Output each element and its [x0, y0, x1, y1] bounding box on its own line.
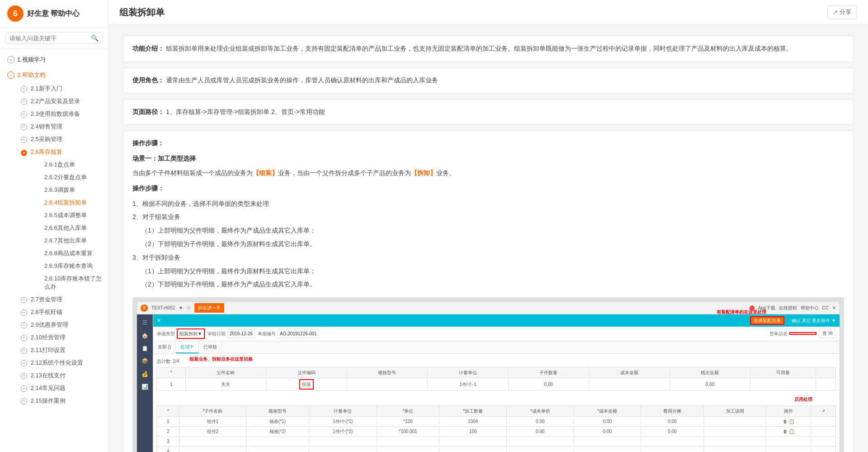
main-area: 组装拆卸单 ↗ 分享 功能介绍： 组装拆卸单用来处理企业组装或拆卸等加工业务，支… [108, 0, 868, 452]
intro-label: 功能介绍： [132, 45, 164, 52]
nav-section-1: + 1.视频学习 [0, 52, 108, 67]
sidebar-item-help-docs[interactable]: − 2.帮助文档 [0, 68, 108, 82]
mock-tab-all[interactable]: 全部 () [153, 341, 176, 353]
nav-sub-sub-inventory: 2.6.1盘点单 2.6.2分量盘点单 2.6.3调拨单 2.6.4组装拆卸单 … [17, 158, 108, 293]
mock-section-header: ✕ 有装配清单的在这里处理 选择装配清单 确认 其它 更多操作 ▼ [153, 314, 840, 327]
sidebar-item-inventory[interactable]: ● 2.6库存核算 [17, 146, 108, 158]
plus-icon: + [21, 124, 27, 130]
mock-upper-table: * 父件名称 父件编码 规格型号 计量单位 子件数量 成本金额 [157, 367, 836, 391]
intro-text: 组装拆卸单用来处理企业组装或拆卸等加工业务，支持有固定装配清单的产品加工业务，也… [166, 45, 793, 52]
sidebar-item-inventory-265[interactable]: 2.6.5成本调整单 [41, 209, 108, 222]
sidebar-item-video[interactable]: + 1.视频学习 [0, 52, 108, 67]
step3: 3、对于拆卸业务 [132, 252, 844, 263]
annotation-1: 有装配清单的在这里处理 [717, 308, 766, 316]
page-title: 组装拆卸单 [119, 6, 165, 19]
sidebar-item-215[interactable]: + 2.15操作案例 [17, 395, 108, 407]
mock-tab-pending[interactable]: 处理中 [176, 341, 199, 353]
content-area: 功能介绍： 组装拆卸单用来处理企业组装或拆卸等加工业务，支持有固定装配清单的产品… [108, 25, 868, 452]
nav-sub-2: + 2.1新手入门 + 2.2产品安装及登录 + 2.3使用前数据准备 + 2.… [0, 82, 108, 407]
table-row: 3 [157, 436, 836, 446]
plus-icon: + [7, 56, 14, 63]
sidebar-item-label: 1.视频学习 [17, 56, 46, 64]
scene1-desc: 当由多个子件材料组装成一个成品的业务为【组装】业务，当由一个父件拆分成多个子产品… [132, 168, 844, 179]
operations-title: 操作步骤： [132, 138, 844, 149]
sidebar-item-211[interactable]: + 2.11打印设置 [17, 344, 108, 357]
plus-icon: + [21, 99, 27, 105]
dot-icon: ● [21, 150, 27, 156]
mock-lower-table: * *子件名称 规格型号 计量单位 *单位 *加工数量 *成本单价 [157, 405, 836, 452]
sidebar-item-29[interactable]: + 2.9优惠券管理 [17, 319, 108, 331]
share-icon: ↗ [833, 9, 838, 15]
step2: 2、对于组装业务 [132, 212, 844, 223]
role-label: 使用角色： [132, 76, 164, 84]
share-button[interactable]: ↗ 分享 [827, 5, 857, 19]
annotation-2: 组装业务、拆卸业务在这里切换 [189, 355, 253, 363]
path-text: 1、库存核算->库存管理->组装拆卸单 2、首页->常用功能 [166, 108, 325, 115]
sidebar-item-27[interactable]: + 2.7资金管理 [17, 293, 108, 306]
sidebar-item-214[interactable]: + 2.14常见问题 [17, 382, 108, 395]
step1: 1、根据不同的业务，选择不同单据的类型来处理 [132, 199, 844, 209]
annotation-3: 启用处理 [794, 395, 812, 403]
table-row: 1 组件1 规格(*1) 1件/个(*1) *100 1004 0.00 [157, 416, 836, 426]
role-section: 使用角色： 通常由生产人员或库管人员完成拆装业务的操作，库管人员确认原材料的出库… [123, 67, 854, 94]
mock-goods-input[interactable] [789, 332, 816, 335]
sidebar-item-newbie[interactable]: + 2.1新手入门 [17, 82, 108, 95]
scene1-title: 场景一：加工类型选择 [132, 153, 844, 164]
table-row: 1 关关 组装 1件/个-1 [157, 378, 836, 390]
sidebar-item-inventory-262[interactable]: 2.6.2分量盘点单 [41, 171, 108, 184]
logo-text: 好生意 帮助中心 [27, 9, 80, 19]
mock-logo: 6 [141, 305, 148, 312]
logo-icon: 6 [7, 5, 24, 22]
sidebar-item-inventory-268[interactable]: 2.6.8商品成本重算 [41, 247, 108, 260]
path-section: 页面路径： 1、库存核算->库存管理->组装拆卸单 2、首页->常用功能 [123, 99, 854, 125]
page-header: 组装拆卸单 ↗ 分享 [108, 0, 868, 25]
sidebar-item-inventory-261[interactable]: 2.6.1盘点单 [41, 158, 108, 171]
mock-tab-approved[interactable]: 已审核 [199, 341, 222, 353]
path-label: 页面路径： [132, 108, 164, 115]
mock-left-nav: ☰ 🏠 📋 📦 💰 📊 [137, 314, 153, 452]
sidebar-item-label: 2.帮助文档 [17, 71, 46, 79]
sidebar-item-inventory-267[interactable]: 2.6.7其他出库单 [41, 234, 108, 247]
step2-sub2: （2）下部明细为子件明细，最终作为原材料生成其它出库单。 [142, 239, 844, 250]
sidebar-item-28[interactable]: + 2.8手机旺铺 [17, 306, 108, 319]
logo-area: 6 好生意 帮助中心 [0, 0, 108, 28]
sidebar-item-212[interactable]: + 2.12系统个性化设置 [17, 357, 108, 369]
sidebar: 6 好生意 帮助中心 🔍 + 1.视频学习 − 2.帮助文档 + 2.1新手入 [0, 0, 108, 452]
plus-icon: + [21, 86, 27, 92]
sidebar-item-data-prep[interactable]: + 2.3使用前数据准备 [17, 108, 108, 120]
mock-tab-bar: 全部 () 处理中 已审核 [153, 341, 840, 354]
table-row: 2 组件2 规格(*2) 1件/个(*2) *100.001 100 0.00 [157, 426, 836, 436]
screenshot-container: 6 TEST-H002 ▼ ⚙ 拆装调一手 🔴 App下载 在线授权 帮助中心 … [132, 297, 844, 452]
mock-browser: 6 TEST-H002 ▼ ⚙ 拆装调一手 🔴 App下载 在线授权 帮助中心 … [137, 301, 840, 452]
mock-type-select[interactable]: 组装拆卸▼ [177, 328, 205, 339]
step3-sub1: （1）上部明细为父件明细，最终作为原材料生成其它出库单； [142, 266, 844, 277]
sidebar-item-inventory-269[interactable]: 2.6.9库存账本查询 [41, 260, 108, 272]
role-text: 通常由生产人员或库管人员完成拆装业务的操作，库管人员确认原材料的出库和产成品的入… [166, 76, 438, 84]
sidebar-item-sales[interactable]: + 2.4销售管理 [17, 120, 108, 133]
mock-form-row: 单据类型 组装拆卸▼ 审核日期 2019-12-26 单据编号 [153, 327, 840, 341]
plus-icon: + [21, 137, 27, 143]
mock-select-btn[interactable]: 选择装配清单 [750, 316, 784, 325]
mock-search-btn[interactable]: 查 询 [819, 329, 836, 338]
search-icon[interactable]: 🔍 [91, 34, 99, 42]
minus-icon: − [7, 71, 14, 79]
sidebar-item-inventory-263[interactable]: 2.6.3调拨单 [41, 184, 108, 196]
mock-test-id: TEST-H002 [151, 304, 175, 312]
search-input[interactable] [9, 35, 91, 42]
steps-sub-title: 操作步骤： [132, 183, 844, 194]
search-box: 🔍 [5, 32, 103, 44]
sidebar-item-inventory-2610[interactable]: 2.6.10库存账本错了怎么办 [41, 272, 108, 293]
desc-text: 当由多个子件材料组装成一个成品的业务为【组装】业务，当由一个父件拆分成多个子产品… [132, 169, 455, 176]
sidebar-item-inventory-264[interactable]: 2.6.4组装拆卸单 [41, 196, 108, 209]
sidebar-item-purchase[interactable]: + 2.5采购管理 [17, 133, 108, 146]
intro-section: 功能介绍： 组装拆卸单用来处理企业组装或拆卸等加工业务，支持有固定装配清单的产品… [123, 36, 854, 62]
step2-sub1: （1）上部明细为父件明细，最终作为产成品生成其它入库单； [142, 225, 844, 236]
sidebar-item-install[interactable]: + 2.2产品安装及登录 [17, 95, 108, 108]
sidebar-item-inventory-266[interactable]: 2.6.6其他入库单 [41, 222, 108, 234]
search-area: 🔍 [0, 28, 108, 49]
plus-icon: + [21, 111, 27, 118]
nav-section-2: − 2.帮助文档 + 2.1新手入门 + 2.2产品安装及登录 + 2.3使用前… [0, 68, 108, 407]
step3-sub2: （2）下部明细为子件明细，最终作为产成品生成其它入库单。 [142, 279, 844, 290]
sidebar-item-213[interactable]: + 2.13在线支付 [17, 369, 108, 382]
sidebar-item-210[interactable]: + 2.10经营管理 [17, 331, 108, 344]
